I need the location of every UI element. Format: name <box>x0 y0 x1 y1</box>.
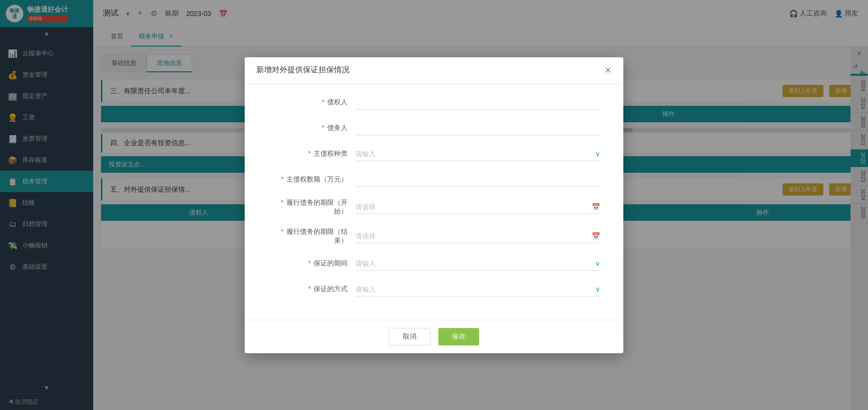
input-period-start[interactable] <box>355 200 592 213</box>
label-period-start: * 履行债务的期限（开始） <box>268 198 355 216</box>
claim-type-dropdown-icon[interactable]: ∨ <box>595 150 600 158</box>
modal-title: 新增对外提供保证担保情况 <box>256 65 350 75</box>
period-end-calendar-icon[interactable]: 📅 <box>592 232 600 240</box>
modal-footer: 取消 保存 <box>245 320 623 353</box>
label-debtor: * 债务人 <box>268 124 355 132</box>
field-debtor: * 债务人 <box>268 121 600 135</box>
label-guarantee-method: * 保证的方式 <box>268 285 355 294</box>
guarantee-period-dropdown-icon[interactable]: ∨ <box>595 260 600 267</box>
field-claim-amount: * 主债权数额（万元） <box>268 173 600 187</box>
save-button[interactable]: 保存 <box>438 328 479 345</box>
wrap-period-end: 📅 <box>355 229 600 243</box>
input-guarantee-period[interactable] <box>355 257 595 270</box>
input-debtor[interactable] <box>355 121 600 135</box>
modal-close-btn[interactable]: ✕ <box>604 65 612 76</box>
wrap-guarantee-period: ∨ <box>355 257 600 271</box>
wrap-claim-type: ∨ <box>355 147 600 161</box>
field-claim-type: * 主债权种类 ∨ <box>268 147 600 161</box>
guarantee-method-dropdown-icon[interactable]: ∨ <box>595 285 600 293</box>
input-creditor[interactable] <box>355 96 600 110</box>
cancel-button[interactable]: 取消 <box>389 328 431 345</box>
field-period-start: * 履行债务的期限（开始） 📅 <box>268 198 600 216</box>
field-creditor: * 债权人 <box>268 96 600 110</box>
input-claim-amount[interactable] <box>355 173 600 187</box>
input-guarantee-method[interactable] <box>355 282 595 296</box>
label-claim-amount: * 主债权数额（万元） <box>268 175 355 184</box>
modal-body: * 债权人 * 债务人 * 主债权种类 <box>245 84 623 320</box>
input-period-end[interactable] <box>355 229 592 243</box>
modal-dialog: 新增对外提供保证担保情况 ✕ * 债权人 * 债务人 <box>245 57 623 353</box>
wrap-guarantee-method: ∨ <box>355 282 600 296</box>
field-guarantee-method: * 保证的方式 ∨ <box>268 282 600 296</box>
label-creditor: * 债权人 <box>268 98 355 107</box>
label-period-end: * 履行债务的期限（结束） <box>268 228 355 245</box>
field-guarantee-period: * 保证的期间 ∨ <box>268 257 600 271</box>
wrap-period-start: 📅 <box>355 200 600 214</box>
label-guarantee-period: * 保证的期间 <box>268 259 355 268</box>
field-period-end: * 履行债务的期限（结束） 📅 <box>268 228 600 245</box>
input-claim-type[interactable] <box>355 147 595 161</box>
label-claim-type: * 主债权种类 <box>268 149 355 158</box>
modal-header: 新增对外提供保证担保情况 ✕ <box>245 57 623 84</box>
period-start-calendar-icon[interactable]: 📅 <box>592 203 600 211</box>
modal-overlay: 新增对外提供保证担保情况 ✕ * 债权人 * 债务人 <box>0 0 868 410</box>
